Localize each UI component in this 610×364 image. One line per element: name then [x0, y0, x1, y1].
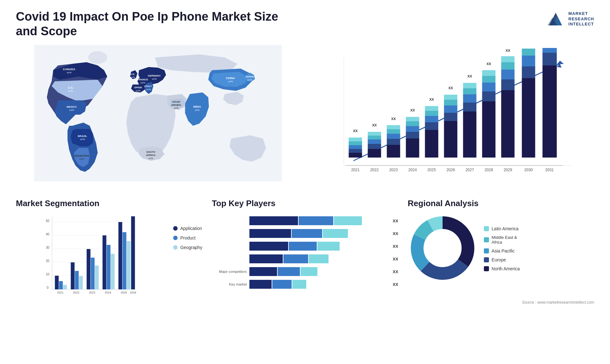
player-value-1: XX: [393, 219, 398, 223]
svg-rect-72: [425, 122, 438, 130]
world-map-svg: CANADA xx% U.S. xx% MEXICO xx% BRAZIL xx…: [16, 45, 300, 181]
svg-text:FRANCE: FRANCE: [138, 78, 148, 81]
svg-text:CHINA: CHINA: [226, 77, 235, 80]
svg-text:XX: XX: [391, 117, 396, 121]
svg-text:GERMANY: GERMANY: [148, 74, 161, 77]
svg-text:2026: 2026: [130, 291, 136, 294]
world-map-section: CANADA xx% U.S. xx% MEXICO xx% BRAZIL xx…: [16, 45, 300, 189]
svg-text:XX: XX: [410, 108, 415, 112]
player-value-2: XX: [393, 231, 398, 236]
regional-title: Regional Analysis: [408, 199, 594, 208]
svg-text:2024: 2024: [408, 168, 417, 172]
svg-rect-139: [87, 249, 91, 289]
svg-rect-96: [482, 70, 496, 76]
source-text: Source : www.marketresearchintellect.com: [16, 300, 594, 305]
svg-rect-145: [111, 254, 115, 289]
svg-text:XX: XX: [448, 86, 453, 90]
svg-rect-143: [103, 235, 106, 289]
player-bar-4: [249, 254, 388, 263]
svg-text:XX: XX: [353, 129, 358, 133]
legend-dot-application: [173, 226, 178, 231]
logo-area: MARKET RESEARCH INTELLECT: [546, 10, 594, 29]
svg-rect-132: [59, 281, 63, 289]
svg-rect-148: [123, 232, 126, 289]
svg-text:2026: 2026: [446, 168, 455, 172]
svg-text:2021: 2021: [57, 291, 64, 294]
donut-chart: [408, 213, 478, 284]
svg-rect-50: [368, 149, 381, 158]
svg-rect-68: [406, 117, 419, 121]
svg-rect-51: [368, 144, 381, 149]
svg-text:xx%: xx%: [69, 109, 74, 111]
svg-text:xx%: xx%: [130, 76, 135, 79]
key-players-title: Top Key Players: [212, 199, 398, 208]
svg-text:SAUDI: SAUDI: [172, 100, 180, 103]
svg-rect-135: [71, 262, 75, 289]
svg-rect-45: [349, 145, 362, 149]
svg-rect-44: [349, 149, 362, 153]
player-bar-5: [249, 267, 388, 276]
dot-latin-america: [484, 226, 489, 231]
svg-rect-103: [501, 56, 515, 62]
legend-latin-america: Latin America: [484, 226, 520, 231]
svg-text:CANADA: CANADA: [63, 68, 75, 71]
svg-text:BRAZIL: BRAZIL: [78, 135, 87, 138]
legend-asia-pacific: Asia Pacific: [484, 248, 520, 253]
svg-text:30: 30: [46, 246, 50, 249]
svg-text:ARABIA: ARABIA: [171, 104, 181, 106]
logo-icon: [546, 10, 565, 29]
svg-text:xx%: xx%: [174, 107, 179, 110]
page-title: Covid 19 Impact On Poe Ip Phone Market S…: [16, 10, 302, 38]
svg-rect-79: [444, 113, 458, 121]
svg-text:2031: 2031: [545, 168, 554, 172]
svg-text:2022: 2022: [73, 291, 79, 294]
svg-text:xx%: xx%: [67, 71, 71, 74]
svg-rect-108: [522, 56, 535, 66]
svg-text:xx%: xx%: [68, 90, 73, 92]
market-segmentation-section: Market Segmentation 0 10 20 30 40 50: [16, 199, 202, 297]
svg-rect-53: [368, 136, 381, 139]
dot-middle-east: [484, 237, 489, 242]
svg-text:XX: XX: [486, 62, 491, 66]
legend-product: Product: [173, 235, 202, 240]
player-bar-seg-dark: [249, 216, 298, 225]
svg-rect-66: [406, 126, 419, 132]
svg-text:SOUTH: SOUTH: [146, 151, 155, 153]
svg-text:2028: 2028: [485, 168, 493, 172]
bar-chart-svg: XX 2021 XX 2022: [316, 48, 588, 185]
svg-rect-86: [463, 103, 477, 111]
legend-dot-product: [173, 236, 178, 240]
svg-rect-58: [387, 139, 400, 145]
svg-rect-80: [444, 105, 458, 113]
regional-legend: Latin America Middle East &Africa Asia P…: [484, 226, 520, 271]
svg-rect-107: [522, 66, 535, 78]
player-bar-seg-mid: [299, 216, 333, 225]
svg-rect-136: [75, 271, 79, 289]
svg-rect-112: [543, 65, 557, 158]
svg-text:2023: 2023: [389, 168, 398, 172]
svg-rect-95: [482, 76, 496, 83]
svg-text:2024: 2024: [105, 291, 111, 294]
svg-text:XX: XX: [372, 123, 377, 127]
svg-text:ARGENTINA: ARGENTINA: [74, 154, 90, 157]
svg-point-4: [88, 51, 107, 64]
bar-chart-section: XX 2021 XX 2022: [310, 45, 594, 189]
player-bar-1: [249, 216, 388, 225]
player-bar-2: [249, 229, 388, 238]
header: Covid 19 Impact On Poe Ip Phone Market S…: [16, 10, 594, 38]
svg-rect-151: [131, 216, 135, 289]
svg-rect-60: [387, 129, 400, 134]
svg-text:xx%: xx%: [140, 81, 145, 84]
segmentation-title: Market Segmentation: [16, 199, 202, 208]
svg-rect-114: [543, 48, 557, 53]
key-players-section: Top Key Players XX: [212, 199, 398, 297]
svg-text:xx%: xx%: [247, 78, 252, 81]
player-row-1: XX: [212, 216, 398, 225]
svg-text:xx%: xx%: [79, 158, 84, 160]
svg-rect-59: [387, 134, 400, 139]
legend-application: Application: [173, 226, 202, 231]
svg-rect-47: [349, 138, 362, 141]
svg-rect-93: [482, 91, 496, 101]
svg-rect-67: [406, 121, 419, 126]
legend-europe: Europe: [484, 257, 520, 262]
